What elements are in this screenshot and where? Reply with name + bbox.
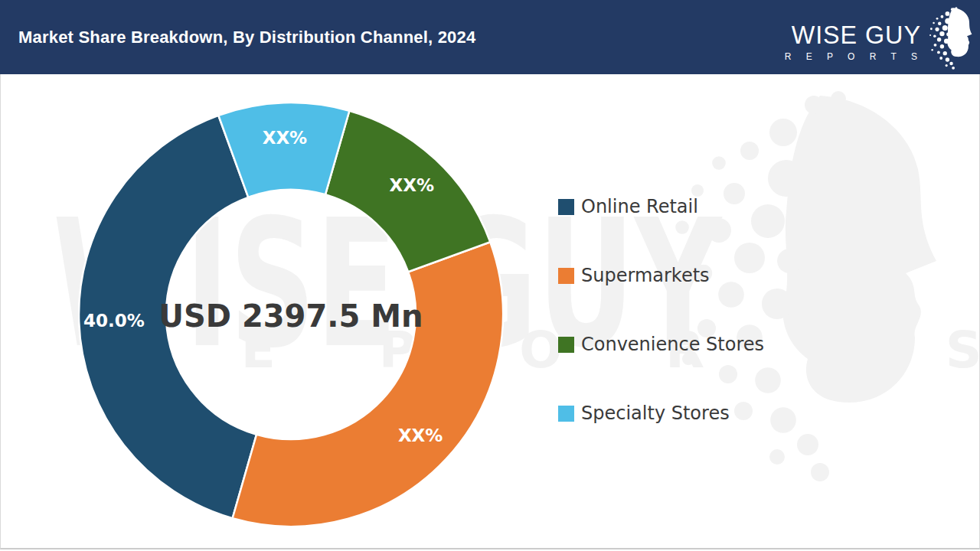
legend-swatch-supermarkets — [558, 268, 574, 284]
brand-logo: WISE GUY R E P O R T S — [782, 3, 974, 73]
legend-swatch-convenience-stores — [558, 337, 574, 353]
legend-label-convenience-stores: Convenience Stores — [581, 334, 764, 355]
legend-label-supermarkets: Supermarkets — [581, 265, 710, 286]
brand-name: WISE GUY — [789, 20, 923, 50]
header-bar: Market Share Breakdown, By Distribution … — [0, 0, 980, 74]
brand-text: WISE GUY R E P O R T S — [782, 20, 923, 62]
legend-swatch-online-retail — [558, 199, 574, 215]
page-title: Market Share Breakdown, By Distribution … — [18, 0, 475, 74]
brand-subtitle: R E P O R T S — [782, 51, 923, 62]
chart-legend: Online Retail Supermarkets Convenience S… — [558, 187, 764, 463]
legend-label-online-retail: Online Retail — [581, 196, 698, 217]
legend-item-convenience-stores: Convenience Stores — [558, 325, 764, 364]
report-page: Market Share Breakdown, By Distribution … — [0, 0, 980, 551]
chart-center-value: USD 2397.5 Mn — [138, 298, 444, 334]
legend-item-supermarkets: Supermarkets — [558, 256, 764, 295]
slice-label-specialty-stores: XX% — [263, 128, 308, 148]
wiseguy-face-icon — [925, 7, 974, 70]
legend-item-online-retail: Online Retail — [558, 187, 764, 226]
legend-label-specialty-stores: Specialty Stores — [581, 403, 730, 424]
slice-label-convenience-stores: XX% — [389, 175, 434, 195]
legend-swatch-specialty-stores — [558, 406, 574, 422]
chart-area: WISE GUY R E P O R T S 40.0%XX%XX%XX% US… — [0, 74, 980, 549]
slice-label-online-retail: 40.0% — [83, 311, 145, 331]
legend-item-specialty-stores: Specialty Stores — [558, 394, 764, 432]
pie-slice-supermarkets — [233, 242, 503, 527]
slice-label-supermarkets: XX% — [398, 425, 443, 445]
